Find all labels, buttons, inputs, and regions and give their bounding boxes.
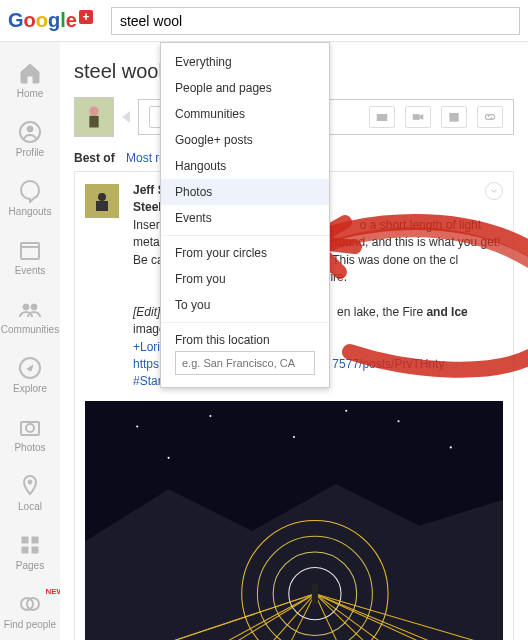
search-box (111, 7, 520, 35)
nav-sidebar: Home Profile Hangouts Events Communities… (0, 42, 60, 640)
post-mention[interactable]: +Lori (133, 340, 160, 354)
svg-rect-20 (449, 113, 458, 122)
dd-everything[interactable]: Everything (161, 49, 329, 75)
dd-fromyou[interactable]: From you (161, 266, 329, 292)
post-image[interactable] (85, 401, 503, 640)
dd-hangouts[interactable]: Hangouts (161, 153, 329, 179)
header: Google+ (0, 0, 528, 42)
svg-point-27 (397, 420, 399, 422)
sidebar-item-profile[interactable]: Profile (16, 119, 44, 158)
svg-rect-19 (413, 114, 420, 120)
sidebar-item-pages[interactable]: Pages (16, 532, 44, 571)
dd-toyou[interactable]: To you (161, 292, 329, 318)
svg-point-30 (345, 409, 347, 411)
sidebar-item-hangouts[interactable]: Hangouts (9, 178, 52, 217)
dd-photos[interactable]: Photos (161, 179, 329, 205)
post-hashtag[interactable]: #Star (133, 374, 162, 388)
sidebar-item-communities[interactable]: Communities (1, 296, 59, 335)
camera-icon (17, 414, 43, 440)
search-input[interactable] (111, 7, 520, 35)
link-icon[interactable] (477, 106, 503, 128)
sidebar-item-findpeople[interactable]: NEW Find people (4, 591, 56, 630)
dd-location: From this location (161, 327, 329, 381)
svg-rect-2 (21, 243, 39, 259)
communities-icon (17, 296, 43, 322)
svg-point-9 (28, 480, 32, 484)
dd-people[interactable]: People and pages (161, 75, 329, 101)
home-icon (17, 60, 43, 86)
svg-point-4 (23, 304, 29, 310)
profile-icon (17, 119, 43, 145)
svg-point-1 (27, 126, 33, 132)
svg-point-25 (209, 415, 211, 417)
sidebar-item-photos[interactable]: Photos (14, 414, 45, 453)
content-area: steel wool Join Best of Most recent (60, 42, 528, 640)
location-input[interactable] (175, 351, 315, 375)
photo-icon[interactable] (369, 106, 395, 128)
post-title: Steel (133, 200, 162, 214)
grid-icon (17, 532, 43, 558)
svg-point-21 (98, 193, 106, 201)
pin-icon (17, 473, 43, 499)
svg-point-29 (168, 456, 170, 458)
svg-rect-12 (22, 547, 28, 553)
user-avatar[interactable] (74, 97, 114, 137)
sidebar-item-home[interactable]: Home (17, 60, 44, 99)
sidebar-item-events[interactable]: Events (15, 237, 46, 276)
svg-rect-47 (312, 583, 318, 604)
dd-events[interactable]: Events (161, 205, 329, 231)
dd-posts[interactable]: Google+ posts (161, 127, 329, 153)
svg-point-8 (26, 424, 34, 432)
event-icon[interactable] (441, 106, 467, 128)
circles-icon (17, 591, 43, 617)
bubble-caret (122, 111, 130, 123)
svg-point-24 (136, 425, 138, 427)
svg-point-28 (450, 446, 452, 448)
svg-point-26 (293, 436, 295, 438)
post-menu-button[interactable] (485, 182, 503, 200)
svg-rect-22 (96, 201, 108, 211)
svg-rect-17 (89, 116, 98, 128)
dd-communities[interactable]: Communities (161, 101, 329, 127)
hangouts-icon (17, 178, 43, 204)
video-icon[interactable] (405, 106, 431, 128)
post-author-avatar[interactable] (85, 184, 119, 218)
svg-rect-11 (32, 537, 38, 543)
svg-rect-18 (377, 114, 388, 121)
svg-rect-13 (32, 547, 38, 553)
svg-point-5 (31, 304, 37, 310)
svg-point-16 (89, 107, 98, 116)
sidebar-item-local[interactable]: Local (17, 473, 43, 512)
svg-rect-10 (22, 537, 28, 543)
calendar-icon (17, 237, 43, 263)
search-filter-dropdown: Everything People and pages Communities … (160, 42, 330, 388)
sidebar-item-explore[interactable]: Explore (13, 355, 47, 394)
dd-fromcircles[interactable]: From your circles (161, 240, 329, 266)
compass-icon (17, 355, 43, 381)
tab-bestof[interactable]: Best of (74, 151, 115, 165)
google-plus-logo: Google+ (8, 9, 93, 32)
